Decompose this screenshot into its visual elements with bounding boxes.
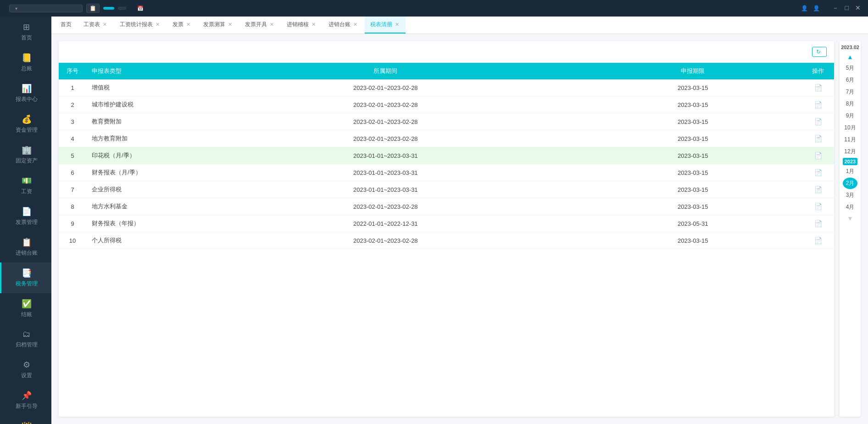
cell-action: 📄 xyxy=(802,164,834,181)
sidebar-item-settle[interactable]: ✅ 结账 xyxy=(0,293,51,324)
cell-no: 5 xyxy=(59,147,86,164)
maximize-button[interactable]: □ xyxy=(843,4,851,12)
action-detail-icon[interactable]: 📄 xyxy=(812,202,825,211)
sidebar-label-tax: 税务管理 xyxy=(16,280,38,288)
tab-发票开具[interactable]: 发票开具✕ xyxy=(239,17,280,33)
tab-close-icon[interactable]: ✕ xyxy=(394,21,400,28)
tab-close-icon[interactable]: ✕ xyxy=(269,21,275,28)
sidebar-label-funds: 资金管理 xyxy=(16,126,38,134)
minimize-button[interactable]: － xyxy=(830,4,840,12)
action-detail-icon[interactable]: 📄 xyxy=(812,83,825,92)
sidebar-label-archive: 归档管理 xyxy=(16,341,38,349)
help-button[interactable]: 👤 xyxy=(801,5,809,11)
tabs-bar: 首页工资表✕工资统计报表✕发票✕发票测算✕发票开具✕进销稽核✕进销台账✕税表清册… xyxy=(51,17,868,34)
col-period: 所属期间 xyxy=(187,63,584,79)
help-icon: 👤 xyxy=(801,5,808,11)
col-no: 序号 xyxy=(59,63,86,79)
action-detail-icon[interactable]: 📄 xyxy=(812,219,825,228)
invoice-icon: 📄 xyxy=(22,206,32,217)
home-icon: ⊞ xyxy=(23,22,30,32)
workbench-button[interactable] xyxy=(103,7,114,10)
sidebar-item-member[interactable]: 👑 畅会员 xyxy=(0,416,51,424)
tab-close-icon[interactable]: ✕ xyxy=(185,21,191,28)
sidebar-item-purchase[interactable]: 📋 进销台账 xyxy=(0,232,51,262)
tab-close-icon[interactable]: ✕ xyxy=(352,21,358,28)
sidebar-item-home[interactable]: ⊞ 首页 xyxy=(0,17,51,47)
calendar-month-4月[interactable]: 4月 xyxy=(841,201,859,213)
calendar-month-11月[interactable]: 11月 xyxy=(841,134,859,145)
old-version-button[interactable] xyxy=(118,7,126,10)
sidebar-item-fixed[interactable]: 🏢 固定资产 xyxy=(0,139,51,170)
settings-icon: ⚙ xyxy=(23,360,30,370)
action-detail-icon[interactable]: 📄 xyxy=(812,236,825,245)
tab-进销稽核[interactable]: 进销稽核✕ xyxy=(281,17,322,33)
col-type: 申报表类型 xyxy=(86,63,187,79)
calendar-down-button[interactable]: ▼ xyxy=(843,213,857,223)
tab-label: 首页 xyxy=(61,21,72,28)
company-selector[interactable]: ▾ xyxy=(9,5,83,12)
calendar-month-1月[interactable]: 1月 xyxy=(841,166,859,177)
sidebar-item-salary[interactable]: 💵 工资 xyxy=(0,170,51,201)
table-header: 序号 申报表类型 所属期间 申报期限 操作 xyxy=(59,63,834,79)
table-row: 9 财务报表（年报） 2022-01-01~2022-12-31 2023-05… xyxy=(59,215,834,232)
sidebar-item-ledger[interactable]: 📒 总账 xyxy=(0,47,51,78)
calendar-month-8月[interactable]: 8月 xyxy=(841,98,859,110)
sidebar-item-tax[interactable]: 📑 税务管理 xyxy=(0,262,51,293)
calendar-month-5月[interactable]: 5月 xyxy=(841,62,859,74)
sidebar-item-settings[interactable]: ⚙ 设置 xyxy=(0,354,51,385)
cell-no: 4 xyxy=(59,130,86,147)
tab-close-icon[interactable]: ✕ xyxy=(227,21,233,28)
col-action: 操作 xyxy=(802,63,834,79)
sidebar-item-invoice[interactable]: 📄 发票管理 xyxy=(0,201,51,232)
cell-deadline: 2023-03-15 xyxy=(584,232,802,249)
calendar-month-10月[interactable]: 10月 xyxy=(841,122,859,134)
tab-发票[interactable]: 发票✕ xyxy=(167,17,197,33)
refresh-button[interactable]: ↻ xyxy=(812,47,827,57)
cell-period: 2023-02-01~2023-02-28 xyxy=(187,232,584,249)
sidebar-label-salary: 工资 xyxy=(21,188,32,195)
cell-action: 📄 xyxy=(802,232,834,249)
calendar-month-6月[interactable]: 6月 xyxy=(841,74,859,86)
calendar-month-2月[interactable]: 2月 xyxy=(843,178,857,189)
cell-deadline: 2023-03-15 xyxy=(584,130,802,147)
panel-header: ↻ xyxy=(59,41,834,63)
tab-进销台账[interactable]: 进销台账✕ xyxy=(323,17,364,33)
cell-period: 2022-01-01~2022-12-31 xyxy=(187,215,584,232)
action-detail-icon[interactable]: 📄 xyxy=(812,100,825,109)
calendar-month-9月[interactable]: 9月 xyxy=(841,110,859,122)
tab-工资表[interactable]: 工资表✕ xyxy=(78,17,113,33)
cell-type: 地方水利基金 xyxy=(86,198,187,215)
action-detail-icon[interactable]: 📄 xyxy=(812,117,825,126)
sidebar-label-invoice: 发票管理 xyxy=(16,218,38,226)
calendar-panel[interactable]: 2023.02▲5月6月7月8月9月10月11月12月20231月2月3月4月▼ xyxy=(840,41,861,417)
copy-button[interactable]: 📋 xyxy=(86,4,100,13)
tab-close-icon[interactable]: ✕ xyxy=(155,21,161,28)
tab-发票测算[interactable]: 发票测算✕ xyxy=(198,17,239,33)
tab-工资统计报表[interactable]: 工资统计报表✕ xyxy=(114,17,166,33)
action-detail-icon[interactable]: 📄 xyxy=(812,151,825,160)
cell-action: 📄 xyxy=(802,215,834,232)
tab-close-icon[interactable]: ✕ xyxy=(311,21,317,28)
cell-type: 财务报表（月/季） xyxy=(86,164,187,181)
sidebar-item-archive[interactable]: 🗂 归档管理 xyxy=(0,324,51,354)
action-detail-icon[interactable]: 📄 xyxy=(812,185,825,194)
calendar-month-3月[interactable]: 3月 xyxy=(841,190,859,201)
tab-首页[interactable]: 首页 xyxy=(55,17,77,33)
sidebar-item-guide[interactable]: 📌 新手引导 xyxy=(0,385,51,416)
calendar-up-button[interactable]: ▲ xyxy=(843,52,857,62)
tab-close-icon[interactable]: ✕ xyxy=(102,21,108,28)
action-detail-icon[interactable]: 📄 xyxy=(812,134,825,143)
sidebar-item-report[interactable]: 📊 报表中心 xyxy=(0,78,51,109)
cell-deadline: 2023-03-15 xyxy=(584,96,802,113)
calendar-month-12月[interactable]: 12月 xyxy=(841,146,859,157)
tab-label: 发票开具 xyxy=(245,21,267,28)
table-row: 6 财务报表（月/季） 2023-01-01~2023-03-31 2023-0… xyxy=(59,164,834,181)
user-button[interactable]: 👤 xyxy=(813,5,821,11)
purchase-icon: 📋 xyxy=(22,237,32,247)
calendar-month-7月[interactable]: 7月 xyxy=(841,86,859,98)
cell-action: 📄 xyxy=(802,147,834,164)
tab-税表清册[interactable]: 税表清册✕ xyxy=(365,17,406,33)
action-detail-icon[interactable]: 📄 xyxy=(812,168,825,177)
close-button[interactable]: ✕ xyxy=(853,4,862,12)
sidebar-item-funds[interactable]: 💰 资金管理 xyxy=(0,109,51,139)
